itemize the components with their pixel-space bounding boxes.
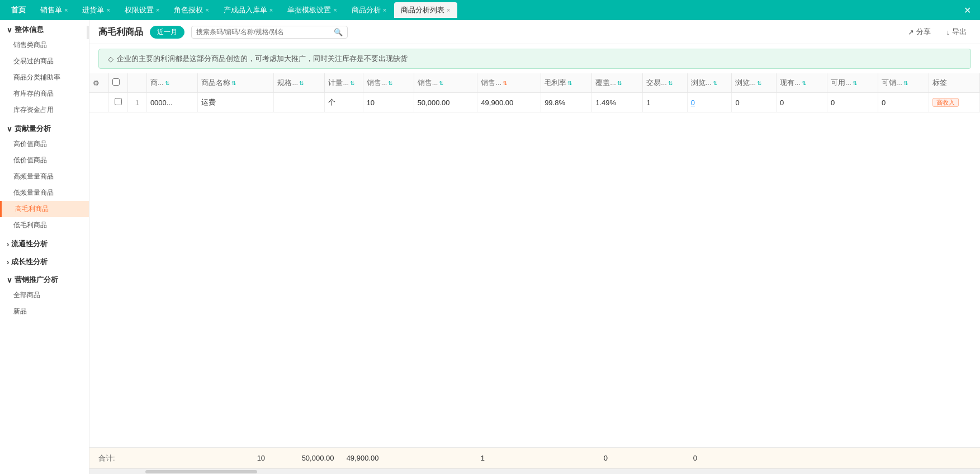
sidebar-collapse-button[interactable]: «: [87, 26, 89, 39]
sidebar-item-traded[interactable]: 交易过的商品: [0, 53, 89, 69]
close-purchase-tab[interactable]: ×: [106, 7, 110, 13]
sidebar-group-marketing: ∨ 营销推广分析 全部商品 新品: [0, 270, 89, 320]
col-avail-stock[interactable]: 可用... ⇅: [827, 73, 878, 93]
sidebar-item-low-value[interactable]: 低价值商品: [0, 152, 89, 168]
close-role-tab[interactable]: ×: [205, 7, 209, 13]
col-browse2[interactable]: 浏览... ⇅: [732, 73, 777, 93]
sidebar-group-marketing-header[interactable]: ∨ 营销推广分析: [0, 270, 89, 287]
sidebar-group-growth-header[interactable]: › 成长性分析: [0, 252, 89, 269]
col-spec[interactable]: 规格... ⇅: [274, 73, 325, 93]
nav-tab-sales[interactable]: 销售单 ×: [34, 2, 74, 18]
cell-rownum: 1: [127, 93, 146, 112]
col-rownum: [127, 73, 146, 93]
cell-tag: 高收入: [929, 93, 980, 112]
col-unit[interactable]: 计量... ⇅: [325, 73, 363, 93]
col-tag: 标签: [929, 73, 980, 93]
search-box: 🔍: [191, 26, 348, 39]
nav-tab-role[interactable]: 角色授权 ×: [167, 2, 215, 18]
col-name[interactable]: 商品名称 ⇅: [197, 73, 274, 93]
close-analysis-list-tab[interactable]: ×: [447, 7, 450, 13]
close-all-tabs[interactable]: ✕: [959, 5, 976, 16]
scrollbar-thumb[interactable]: [145, 470, 257, 473]
nav-tab-permission[interactable]: 权限设置 ×: [118, 2, 166, 18]
info-icon: ◇: [108, 55, 113, 63]
sidebar-item-analysis-assist[interactable]: 商品分类辅助率: [0, 69, 89, 86]
col-code[interactable]: 商... ⇅: [146, 73, 197, 93]
cell-checkbox: [108, 93, 127, 112]
export-button[interactable]: ↓ 导出: [942, 25, 972, 39]
horizontal-scrollbar[interactable]: [89, 468, 980, 474]
cell-trade-times: 1: [643, 93, 688, 112]
cell-avail-stock: 0: [827, 93, 878, 112]
nav-tab-home[interactable]: 首页: [4, 2, 32, 18]
cell-sales-cost: 49,900.00: [477, 93, 541, 112]
sidebar-group-flow-header[interactable]: › 流通性分析: [0, 234, 89, 251]
sidebar-item-all-products[interactable]: 全部商品: [0, 287, 89, 303]
arrow-down-icon-2: ∨: [7, 125, 12, 133]
footer-cells: 10 50,000.00 49,900.00 1 0 0: [120, 454, 971, 462]
search-input[interactable]: [196, 28, 332, 36]
sidebar-item-selling[interactable]: 销售类商品: [0, 37, 89, 53]
sidebar-item-low-freq[interactable]: 低频量量商品: [0, 185, 89, 201]
sidebar: « ∨ 整体信息 销售类商品 交易过的商品 商品分类辅助率 有库存的商品 库存资…: [0, 20, 89, 474]
info-text: 企业的主要的利润都是这部分商品创造的，可考虑加大推广，同时关注库存是不要出现缺货: [117, 54, 408, 64]
nav-tab-template[interactable]: 单据模板设置 ×: [281, 2, 343, 18]
close-analysis-tab[interactable]: ×: [383, 7, 386, 13]
cell-settings: [89, 93, 108, 112]
cell-browse1: 0: [687, 93, 732, 112]
info-banner: ◇ 企业的主要的利润都是这部分商品创造的，可考虑加大推广，同时关注库存是不要出现…: [98, 49, 971, 69]
nav-tab-analysis[interactable]: 商品分析 ×: [345, 2, 393, 18]
search-icon[interactable]: 🔍: [334, 28, 343, 36]
cell-spec: [274, 93, 325, 112]
col-cover-rate[interactable]: 覆盖... ⇅: [592, 73, 643, 93]
sort-icon-saleable-stock: ⇅: [903, 80, 908, 86]
close-template-tab[interactable]: ×: [333, 7, 337, 13]
sort-icon-trade-times: ⇅: [668, 80, 673, 86]
sort-icon-gross-rate: ⇅: [567, 80, 572, 86]
table-row: 1 0000... 运费 个 10 50,000.00 49,900.00 99…: [89, 93, 980, 112]
nav-tab-analysis-list[interactable]: 商品分析列表 ×: [394, 2, 457, 18]
sort-icon-browse2: ⇅: [757, 80, 761, 86]
sidebar-group-flow: › 流通性分析: [0, 234, 89, 251]
col-current-stock[interactable]: 现有... ⇅: [777, 73, 827, 93]
close-product-import-tab[interactable]: ×: [269, 7, 273, 13]
sidebar-item-in-stock[interactable]: 有库存的商品: [0, 86, 89, 102]
sidebar-item-new-products[interactable]: 新品: [0, 303, 89, 320]
filter-recent-month-button[interactable]: 近一月: [150, 26, 184, 39]
header-actions: ↗ 分享 ↓ 导出: [903, 25, 972, 39]
sidebar-group-growth: › 成长性分析: [0, 252, 89, 269]
share-icon: ↗: [908, 28, 914, 36]
sidebar-group-wealth-header[interactable]: ∨ 贡献量分析: [0, 119, 89, 136]
close-permission-tab[interactable]: ×: [156, 7, 159, 13]
sort-icon-spec: ⇅: [299, 80, 304, 86]
col-sales-cost[interactable]: 销售... ⇅: [477, 73, 541, 93]
col-sales-qty[interactable]: 销售... ⇅: [363, 73, 414, 93]
sidebar-item-low-margin[interactable]: 低毛利商品: [0, 217, 89, 233]
col-settings[interactable]: ⚙: [89, 73, 108, 93]
sidebar-item-stock-occupied[interactable]: 库存资金占用: [0, 102, 89, 118]
sidebar-group-overall-header[interactable]: ∨ 整体信息: [0, 20, 89, 37]
browse1-link[interactable]: 0: [691, 98, 695, 107]
nav-tab-purchase[interactable]: 进货单 ×: [75, 2, 116, 18]
content-header: 高毛利商品 近一月 🔍 ↗ 分享 ↓ 导出: [89, 20, 980, 44]
col-browse1[interactable]: 浏览... ⇅: [687, 73, 732, 93]
col-sales-amt[interactable]: 销售... ⇅: [414, 73, 477, 93]
arrow-right-icon: ›: [7, 240, 9, 248]
sort-icon-avail-stock: ⇅: [853, 80, 857, 86]
col-gross-rate[interactable]: 毛利率 ⇅: [541, 73, 592, 93]
sidebar-item-high-value[interactable]: 高价值商品: [0, 136, 89, 152]
row-checkbox[interactable]: [115, 98, 122, 105]
col-trade-times[interactable]: 交易... ⇅: [643, 73, 688, 93]
page-title: 高毛利商品: [98, 26, 143, 38]
nav-tab-product-import[interactable]: 产成品入库单 ×: [217, 2, 280, 18]
sidebar-item-high-freq[interactable]: 高频量量商品: [0, 168, 89, 185]
sidebar-item-high-margin[interactable]: 高毛利商品: [0, 201, 89, 217]
col-saleable-stock[interactable]: 可销... ⇅: [878, 73, 929, 93]
close-sales-tab[interactable]: ×: [64, 7, 68, 13]
footer-spacer2: [388, 454, 477, 462]
share-button[interactable]: ↗ 分享: [903, 25, 935, 39]
select-all-checkbox[interactable]: [112, 78, 120, 86]
cell-saleable-stock: 0: [878, 93, 929, 112]
sort-icon-code: ⇅: [165, 80, 169, 86]
settings-icon: ⚙: [93, 79, 100, 87]
